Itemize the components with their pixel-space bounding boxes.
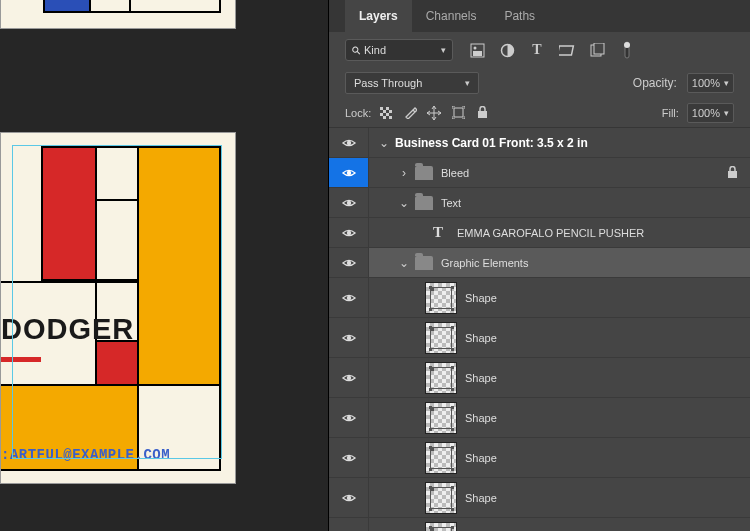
svg-point-2 — [473, 46, 476, 49]
svg-rect-12 — [454, 108, 463, 117]
svg-point-19 — [346, 260, 350, 264]
filter-kind-label: Kind — [364, 44, 386, 56]
shape-rect — [91, 0, 131, 13]
layer-row-bleed[interactable]: › Bleed — [329, 158, 750, 188]
layer-row-shape[interactable]: Shape — [329, 518, 750, 531]
blend-row: Pass Through ▾ Opacity: 100% ▾ — [329, 68, 750, 98]
svg-rect-13 — [478, 111, 487, 118]
canvas-area[interactable]: DODGER :ARTFUL@EXAMPLE.COM — [0, 0, 328, 531]
lock-transparency-icon[interactable] — [379, 106, 393, 120]
layer-row-type[interactable]: T EMMA GAROFALO PENCIL PUSHER — [329, 218, 750, 248]
svg-point-23 — [346, 415, 350, 419]
layer-name[interactable]: Graphic Elements — [441, 257, 528, 269]
tab-channels[interactable]: Channels — [412, 0, 491, 32]
shape-rect — [41, 146, 97, 281]
layer-name[interactable]: Text — [441, 197, 461, 209]
artboard-card-1[interactable] — [0, 0, 236, 29]
layer-thumbnail[interactable] — [425, 322, 457, 354]
expand-toggle[interactable]: › — [397, 166, 411, 180]
lock-row: Lock: Fill: 100% ▾ — [329, 98, 750, 128]
layer-thumbnail[interactable] — [425, 482, 457, 514]
tab-layers[interactable]: Layers — [345, 0, 412, 32]
layer-name[interactable]: Shape — [465, 452, 497, 464]
lock-icon[interactable] — [727, 166, 738, 179]
tab-paths[interactable]: Paths — [490, 0, 549, 32]
blend-mode-value: Pass Through — [354, 77, 422, 89]
shape-rect — [97, 342, 139, 386]
layer-name[interactable]: Bleed — [441, 167, 469, 179]
panel-tabs: Layers Channels Paths — [329, 0, 750, 32]
visibility-toggle[interactable] — [329, 248, 369, 277]
collapse-toggle[interactable]: ⌄ — [397, 256, 411, 270]
title-underline — [1, 357, 41, 362]
layer-name[interactable]: Shape — [465, 372, 497, 384]
layer-row-text-group[interactable]: ⌄ Text — [329, 188, 750, 218]
chevron-down-icon: ▾ — [724, 108, 729, 118]
layer-thumbnail[interactable] — [425, 362, 457, 394]
svg-point-8 — [624, 42, 630, 48]
lock-all-icon[interactable] — [475, 106, 489, 120]
opacity-label: Opacity: — [633, 76, 677, 90]
layer-thumbnail[interactable] — [425, 442, 457, 474]
search-icon: ⚲ — [349, 43, 364, 58]
visibility-toggle[interactable] — [329, 438, 369, 477]
collapse-toggle[interactable]: ⌄ — [377, 136, 391, 150]
filter-adjustment-icon[interactable] — [499, 42, 515, 58]
filter-pixel-icon[interactable] — [469, 42, 485, 58]
visibility-toggle[interactable] — [329, 218, 369, 247]
svg-point-24 — [346, 455, 350, 459]
layer-row-shape[interactable]: Shape — [329, 438, 750, 478]
visibility-toggle[interactable] — [329, 318, 369, 357]
fill-input[interactable]: 100% ▾ — [687, 103, 734, 123]
filter-shape-icon[interactable] — [559, 42, 575, 58]
opacity-value: 100% — [692, 77, 720, 89]
visibility-toggle[interactable] — [329, 128, 369, 157]
layer-row-shape[interactable]: Shape — [329, 278, 750, 318]
chevron-down-icon: ▾ — [724, 78, 729, 88]
card-email-text[interactable]: :ARTFUL@EXAMPLE.COM — [1, 447, 170, 463]
layer-thumbnail[interactable] — [425, 522, 457, 532]
layer-thumbnail[interactable] — [425, 402, 457, 434]
artboard-header-row[interactable]: ⌄ Business Card 01 Front: 3.5 x 2 in — [329, 128, 750, 158]
visibility-toggle[interactable] — [329, 398, 369, 437]
layer-name[interactable]: EMMA GAROFALO PENCIL PUSHER — [457, 227, 644, 239]
filter-kind-dropdown[interactable]: ⚲ Kind ▾ — [345, 39, 453, 61]
visibility-toggle[interactable] — [329, 188, 369, 217]
layer-name[interactable]: Shape — [465, 292, 497, 304]
svg-rect-4 — [559, 46, 573, 55]
layer-thumbnail[interactable] — [425, 282, 457, 314]
layer-name[interactable]: Shape — [465, 332, 497, 344]
visibility-toggle[interactable] — [329, 278, 369, 317]
layer-row-shape[interactable]: Shape — [329, 318, 750, 358]
svg-rect-16 — [728, 171, 737, 178]
artboard-card-2[interactable]: DODGER :ARTFUL@EXAMPLE.COM — [0, 132, 236, 484]
svg-point-14 — [346, 140, 350, 144]
type-layer-icon: T — [429, 224, 447, 242]
visibility-toggle[interactable] — [329, 518, 369, 531]
shape-rect — [97, 146, 139, 201]
folder-icon — [415, 166, 433, 180]
visibility-toggle[interactable] — [329, 158, 369, 187]
lock-artboard-icon[interactable] — [451, 106, 465, 120]
lock-pixels-icon[interactable] — [403, 106, 417, 120]
visibility-toggle[interactable] — [329, 358, 369, 397]
layers-panel: Layers Channels Paths ⚲ Kind ▾ T — [328, 0, 750, 531]
card-title-text[interactable]: DODGER — [1, 313, 134, 346]
filter-smartobject-icon[interactable] — [589, 42, 605, 58]
lock-position-icon[interactable] — [427, 106, 441, 120]
layer-row-shape[interactable]: Shape — [329, 398, 750, 438]
layer-name[interactable]: Shape — [465, 492, 497, 504]
artboard-name[interactable]: Business Card 01 Front: 3.5 x 2 in — [395, 136, 588, 150]
layer-name[interactable]: Shape — [465, 412, 497, 424]
collapse-toggle[interactable]: ⌄ — [397, 196, 411, 210]
layer-row-shape[interactable]: Shape — [329, 358, 750, 398]
layer-row-shape[interactable]: Shape — [329, 478, 750, 518]
layer-row-graphic-group[interactable]: ⌄ Graphic Elements — [329, 248, 750, 278]
chevron-down-icon: ▾ — [441, 45, 446, 55]
filter-toggle-switch[interactable] — [619, 42, 635, 58]
chevron-down-icon: ▾ — [465, 78, 470, 88]
blend-mode-dropdown[interactable]: Pass Through ▾ — [345, 72, 479, 94]
filter-type-icon[interactable]: T — [529, 42, 545, 58]
opacity-input[interactable]: 100% ▾ — [687, 73, 734, 93]
visibility-toggle[interactable] — [329, 478, 369, 517]
